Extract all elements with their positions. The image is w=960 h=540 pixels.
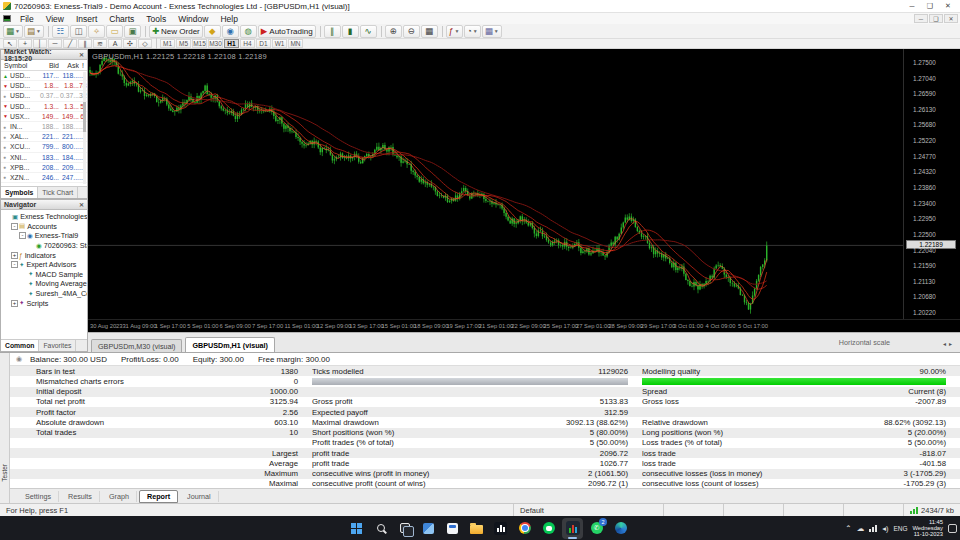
tester-tab-results[interactable]: Results bbox=[61, 491, 100, 502]
timeframe-m30-button[interactable]: M30 bbox=[208, 39, 223, 48]
indicators-button[interactable]: ƒ▼ bbox=[446, 25, 463, 38]
zoom-out-button[interactable]: ⊖ bbox=[403, 25, 420, 38]
column-header-ask[interactable]: Ask bbox=[59, 62, 79, 69]
market-watch-row[interactable]: ●IN...188...188...... bbox=[1, 122, 87, 132]
network-icon[interactable] bbox=[869, 525, 877, 532]
market-watch-row[interactable]: ●XPB...208...209...... bbox=[1, 163, 87, 173]
widgets-icon[interactable] bbox=[418, 518, 439, 539]
market-watch-button[interactable]: ☷ bbox=[52, 25, 69, 38]
market-watch-scrollbar[interactable] bbox=[83, 72, 86, 184]
market-watch-row[interactable]: ▼USD...1.8...1.8...78 bbox=[1, 81, 87, 91]
strategy-tester-button[interactable]: ▣ bbox=[124, 25, 141, 38]
store-icon[interactable] bbox=[442, 518, 463, 539]
minimize-button[interactable]: ─ bbox=[903, 1, 921, 12]
collapse-icon[interactable]: - bbox=[11, 261, 18, 268]
maximize-button[interactable]: ❑ bbox=[921, 1, 939, 12]
market-watch-row[interactable]: ▼USD...1.3...1.3...5 bbox=[1, 102, 87, 112]
market-watch-row[interactable]: ▲USD...117...118...... bbox=[1, 71, 87, 81]
close-button[interactable]: ✕ bbox=[939, 1, 957, 12]
price-axis[interactable]: 1.22189 1.275001.270401.265901.261301.25… bbox=[903, 49, 960, 319]
taskbar-clock[interactable]: 11:45 Wednesday 11-10-2023 bbox=[912, 519, 943, 538]
channel-tool-button[interactable]: ∥ bbox=[78, 39, 92, 48]
language-indicator[interactable]: ENG bbox=[893, 525, 907, 532]
chart-window-icon[interactable] bbox=[3, 15, 11, 22]
edge-icon[interactable] bbox=[610, 518, 631, 539]
notification-center-icon[interactable] bbox=[948, 524, 957, 533]
collapse-icon[interactable]: - bbox=[11, 223, 18, 230]
data-window-button[interactable]: ◫ bbox=[70, 25, 87, 38]
shapes-tool-button[interactable]: ◇ bbox=[138, 39, 152, 48]
menu-item-insert[interactable]: Insert bbox=[70, 14, 103, 24]
navigator-item-suresh-4ma-consv[interactable]: ✦Suresh_4MA_Consv bbox=[1, 289, 87, 299]
search-icon[interactable] bbox=[370, 518, 391, 539]
navigator-item-70260963-standa[interactable]: ◉70260963: Standa bbox=[1, 241, 87, 251]
time-axis[interactable]: 30 Aug 202331 Aug 09:001 Sep 17:005 Sep … bbox=[88, 319, 960, 332]
fibonacci-tool-button[interactable]: ≋ bbox=[93, 39, 107, 48]
expand-icon[interactable]: + bbox=[11, 300, 18, 307]
column-header-bid[interactable]: Bid bbox=[34, 62, 59, 69]
tradingview-icon[interactable] bbox=[490, 518, 511, 539]
metatrader-icon[interactable] bbox=[562, 518, 583, 539]
timeframe-m15-button[interactable]: M15 bbox=[192, 39, 207, 48]
experts-button[interactable]: ◉ bbox=[222, 25, 239, 38]
timeframe-w1-button[interactable]: W1 bbox=[272, 39, 287, 48]
navigator-item-exness-trial9[interactable]: -◉Exness-Trial9 bbox=[1, 231, 87, 241]
navigator-item-moving-average[interactable]: ✦Moving Average bbox=[1, 279, 87, 289]
timeframe-d1-button[interactable]: D1 bbox=[256, 39, 271, 48]
profiles-button[interactable]: ▤▼ bbox=[24, 25, 44, 38]
market-watch-row[interactable]: ●XNI...183...184...... bbox=[1, 153, 87, 163]
timeframe-m5-button[interactable]: M5 bbox=[176, 39, 191, 48]
navigator-item-exness-technologies-mt4[interactable]: ▣Exness Technologies MT4 bbox=[1, 212, 87, 222]
menu-item-charts[interactable]: Charts bbox=[103, 14, 140, 24]
metaeditor-button[interactable]: ◆ bbox=[204, 25, 221, 38]
collapse-icon[interactable]: - bbox=[19, 232, 26, 239]
menu-item-file[interactable]: File bbox=[14, 14, 40, 24]
timeframe-m1-button[interactable]: M1 bbox=[160, 39, 175, 48]
zoom-in-button[interactable]: ⊕ bbox=[385, 25, 402, 38]
tester-tab-report[interactable]: Report bbox=[139, 490, 178, 503]
chrome-icon[interactable] bbox=[514, 518, 535, 539]
start-icon[interactable] bbox=[346, 518, 367, 539]
timeframe-h1-button[interactable]: H1 bbox=[224, 39, 239, 48]
tester-tab-journal[interactable]: Journal bbox=[180, 491, 219, 502]
market-watch-row[interactable]: ●XZN...246...247...... bbox=[1, 173, 87, 183]
arrows-tool-button[interactable]: ✣ bbox=[123, 39, 137, 48]
menu-item-view[interactable]: View bbox=[40, 14, 70, 24]
child-minimize-button[interactable]: ─ bbox=[914, 14, 928, 23]
navigator-item-accounts[interactable]: -▤Accounts bbox=[1, 222, 87, 232]
close-icon[interactable]: ✕ bbox=[79, 51, 84, 58]
chart-plot[interactable]: GBPUSDm,H1 1.22125 1.22218 1.22108 1.221… bbox=[88, 49, 903, 319]
child-restore-button[interactable]: ❑ bbox=[929, 14, 943, 23]
market-watch-row[interactable]: ●XCU...799...800...... bbox=[1, 142, 87, 152]
tester-side-strip[interactable]: Tester bbox=[0, 353, 10, 504]
navigator-item-expert-advisors[interactable]: -✦Expert Advisors bbox=[1, 260, 87, 270]
navigator-item-indicators[interactable]: +ƒIndicators bbox=[1, 250, 87, 260]
market-watch-row[interactable]: ●XAL...221...221...... bbox=[1, 132, 87, 142]
tester-tab-settings[interactable]: Settings bbox=[18, 491, 59, 502]
candle-mode-button[interactable]: ▮ bbox=[342, 25, 359, 38]
tester-tab-graph[interactable]: Graph bbox=[102, 491, 137, 502]
periods-button[interactable]: ◔▼ bbox=[464, 25, 481, 38]
navigator-button[interactable]: ✧ bbox=[88, 25, 105, 38]
new-chart-button[interactable]: ▦▼ bbox=[3, 25, 23, 38]
close-icon[interactable]: ✕ bbox=[79, 201, 84, 208]
expand-icon[interactable]: + bbox=[11, 252, 18, 259]
whatsapp-icon[interactable]: ✆2 bbox=[586, 518, 607, 539]
templates-button[interactable]: ▦▼ bbox=[482, 25, 502, 38]
file-explorer-icon[interactable] bbox=[466, 518, 487, 539]
timeframe-h4-button[interactable]: H4 bbox=[240, 39, 255, 48]
market-watch-tab-symbols[interactable]: Symbols bbox=[1, 187, 38, 198]
tab-scroll-arrows-icon[interactable]: ◂▸ bbox=[943, 340, 955, 347]
market-watch-row[interactable]: ●USD...0.37...0.37...32 bbox=[1, 91, 87, 101]
onedrive-cloud-icon[interactable]: ☁ bbox=[857, 524, 865, 533]
new-order-button[interactable]: ✚New Order bbox=[149, 25, 203, 38]
navigator-tab-favorites[interactable]: Favorites bbox=[39, 340, 76, 351]
chart-tab-gbpusdm-h1-visual-[interactable]: GBPUSDm,H1 (visual) bbox=[185, 337, 275, 352]
navigator-item-scripts[interactable]: +✦Scripts bbox=[1, 298, 87, 308]
market-watch-tab-tick-chart[interactable]: Tick Chart bbox=[38, 187, 78, 198]
timeframe-mn-button[interactable]: MN bbox=[288, 39, 303, 48]
menu-item-tools[interactable]: Tools bbox=[140, 14, 172, 24]
line-mode-button[interactable]: ∿ bbox=[360, 25, 377, 38]
task-view-icon[interactable] bbox=[394, 518, 415, 539]
volume-icon[interactable]: ◂) bbox=[882, 524, 888, 533]
